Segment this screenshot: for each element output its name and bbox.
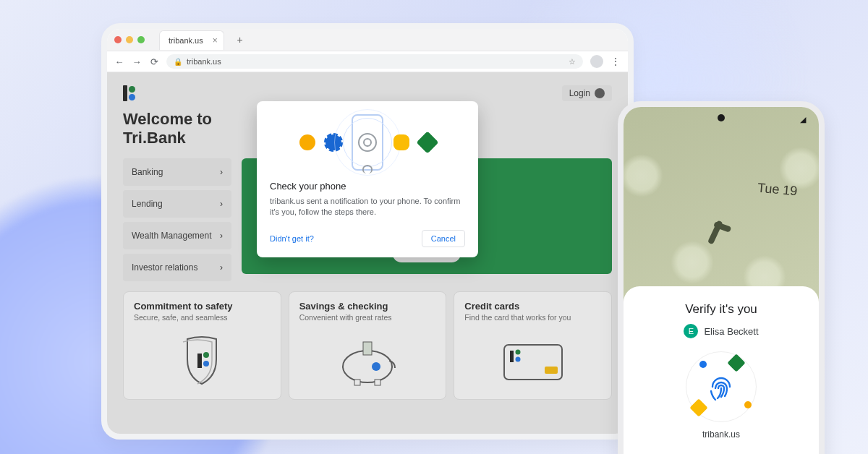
fingerprint-button[interactable] xyxy=(686,351,757,422)
check-phone-dialog: Check your phone tribank.us sent a notif… xyxy=(257,101,478,257)
forward-icon[interactable]: → xyxy=(132,56,142,67)
account-name: Elisa Beckett xyxy=(704,326,758,337)
scene: tribank.us × + ← → ⟳ 🔒 tribank.us ☆ ⋮ xyxy=(0,0,868,454)
dialog-title: Check your phone xyxy=(270,181,465,192)
green-diamond-icon xyxy=(416,131,438,153)
dialog-body: tribank.us sent a notification to your p… xyxy=(270,196,465,218)
browser-tabstrip: tribank.us × + xyxy=(107,29,628,51)
phone-camera xyxy=(718,114,725,121)
back-icon[interactable]: ← xyxy=(114,56,124,67)
tab-title: tribank.us xyxy=(169,36,203,45)
desktop-monitor: tribank.us × + ← → ⟳ 🔒 tribank.us ☆ ⋮ xyxy=(101,23,634,440)
profile-avatar[interactable] xyxy=(590,55,603,68)
didnt-get-it-link[interactable]: Didn't get it? xyxy=(270,234,314,243)
fingerprint-icon xyxy=(704,369,739,404)
account-chip[interactable]: E Elisa Beckett xyxy=(684,324,758,338)
window-maximize-icon[interactable] xyxy=(137,36,145,43)
reload-icon[interactable]: ⟳ xyxy=(149,56,159,67)
avatar: E xyxy=(684,324,698,338)
orange-dot-icon xyxy=(744,401,752,408)
verify-sheet: Verify it's you E Elisa Beckett xyxy=(624,286,819,454)
window-minimize-icon[interactable] xyxy=(126,36,133,43)
verify-title: Verify it's you xyxy=(637,302,806,317)
lockscreen-clock xyxy=(696,208,746,259)
browser-toolbar: ← → ⟳ 🔒 tribank.us ☆ ⋮ xyxy=(107,51,628,72)
address-bar[interactable]: 🔒 tribank.us ☆ xyxy=(166,54,583,69)
window-close-icon[interactable] xyxy=(114,36,122,43)
phone-outline-icon xyxy=(352,114,383,171)
lock-icon: 🔒 xyxy=(174,58,182,66)
new-tab-button[interactable]: + xyxy=(233,33,247,47)
signal-icon: ◢ xyxy=(800,115,806,124)
bookmark-icon[interactable]: ☆ xyxy=(569,57,576,67)
menu-icon[interactable]: ⋮ xyxy=(610,56,621,67)
dialog-illustration xyxy=(270,114,465,171)
blue-dot-icon xyxy=(699,361,707,368)
yellow-quatrefoil-icon xyxy=(393,134,409,150)
browser-tab[interactable]: tribank.us × xyxy=(159,30,224,50)
phone-mockup: ◢ Tue 19 Verify it's you E Elisa Beckett xyxy=(618,101,825,454)
close-icon[interactable]: × xyxy=(213,35,218,46)
cancel-button[interactable]: Cancel xyxy=(422,230,465,247)
person-icon xyxy=(358,133,377,152)
verify-site: tribank.us xyxy=(637,429,806,440)
url-text: tribank.us xyxy=(187,57,221,66)
orange-circle-icon xyxy=(299,134,315,150)
